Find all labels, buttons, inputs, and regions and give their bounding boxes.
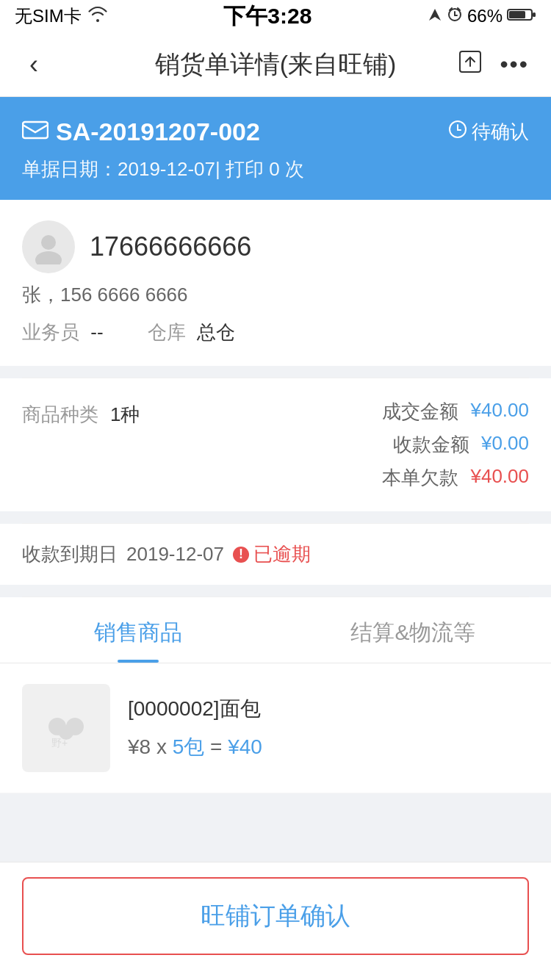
confirm-order-button[interactable]: 旺铺订单确认: [22, 877, 529, 955]
summary-card: 商品种类 1种 成交金额 ¥40.00 收款金额 ¥0.00 本单欠款 ¥40.…: [0, 378, 551, 511]
tabs: 销售商品 结算&物流等: [0, 597, 551, 663]
order-date: 单据日期：2019-12-07| 打印 0 次: [22, 156, 529, 182]
svg-rect-7: [509, 11, 525, 18]
status-right: 66%: [428, 6, 536, 26]
back-button[interactable]: ‹: [22, 42, 46, 87]
nav-bar: ‹ 销货单详情(来自旺铺) •••: [0, 32, 551, 97]
order-header: SA-20191207-002 待确认 单据日期：2019-12-07| 打印 …: [0, 97, 551, 200]
tabs-container: 销售商品 结算&物流等: [0, 597, 551, 663]
customer-phone: 17666666666: [90, 231, 251, 262]
product-info: [0000002]面包 ¥8 x 5包 = ¥40: [128, 695, 529, 761]
bottom-button-container: 旺铺订单确认: [0, 862, 551, 980]
battery-icon: [507, 6, 536, 26]
amount-info: 成交金额 ¥40.00 收款金额 ¥0.00 本单欠款 ¥40.00: [382, 399, 529, 491]
svg-marker-0: [429, 9, 441, 21]
tab-settlement[interactable]: 结算&物流等: [276, 597, 551, 663]
product-list: 野+ [0000002]面包 ¥8 x 5包 = ¥40: [0, 663, 551, 793]
salesperson-info: 业务员 --: [22, 320, 104, 345]
warehouse-info: 仓库 总仓: [148, 320, 235, 345]
transaction-row: 成交金额 ¥40.00: [382, 399, 529, 425]
collection-row: 收款金额 ¥0.00: [393, 432, 529, 458]
status-left: 无SIM卡: [15, 4, 108, 28]
more-icon[interactable]: •••: [500, 51, 529, 78]
svg-rect-11: [23, 122, 48, 138]
location-arrow-icon: [428, 6, 442, 26]
category-info: 商品种类 1种: [22, 399, 140, 428]
svg-point-16: [35, 251, 62, 264]
wifi-icon: [87, 6, 108, 26]
order-id: SA-20191207-002: [22, 118, 260, 146]
svg-rect-8: [533, 12, 536, 17]
clock-icon: [448, 120, 467, 144]
order-icon: [22, 118, 48, 146]
status-bar: 无SIM卡 下午3:28 66%: [0, 0, 551, 32]
battery-text: 66%: [467, 6, 503, 26]
nav-actions: •••: [458, 50, 529, 79]
due-date-card: 收款到期日 2019-12-07 ! 已逾期: [0, 524, 551, 585]
customer-card: 17666666666 张，156 6666 6666 业务员 -- 仓库 总仓: [0, 200, 551, 366]
overdue-badge: ! 已逾期: [233, 541, 311, 567]
carrier-text: 无SIM卡: [15, 4, 82, 28]
customer-meta: 业务员 -- 仓库 总仓: [22, 320, 529, 345]
product-item: 野+ [0000002]面包 ¥8 x 5包 = ¥40: [0, 663, 551, 793]
share-icon[interactable]: [458, 50, 482, 79]
avatar: [22, 220, 75, 273]
svg-point-15: [41, 235, 56, 250]
page-title: 销货单详情(来自旺铺): [155, 48, 397, 82]
product-price: ¥8 x 5包 = ¥40: [128, 733, 529, 761]
tab-sales[interactable]: 销售商品: [0, 597, 276, 663]
debt-row: 本单欠款 ¥40.00: [382, 465, 529, 491]
time-display: 下午3:28: [223, 1, 311, 32]
alarm-icon: [447, 6, 463, 26]
product-image: 野+: [22, 684, 110, 772]
order-status: 待确认: [448, 119, 529, 145]
customer-name-info: 张，156 6666 6666: [22, 282, 529, 308]
svg-text:野+: 野+: [51, 737, 68, 749]
overdue-icon: !: [233, 547, 249, 563]
product-name: [0000002]面包: [128, 695, 529, 723]
